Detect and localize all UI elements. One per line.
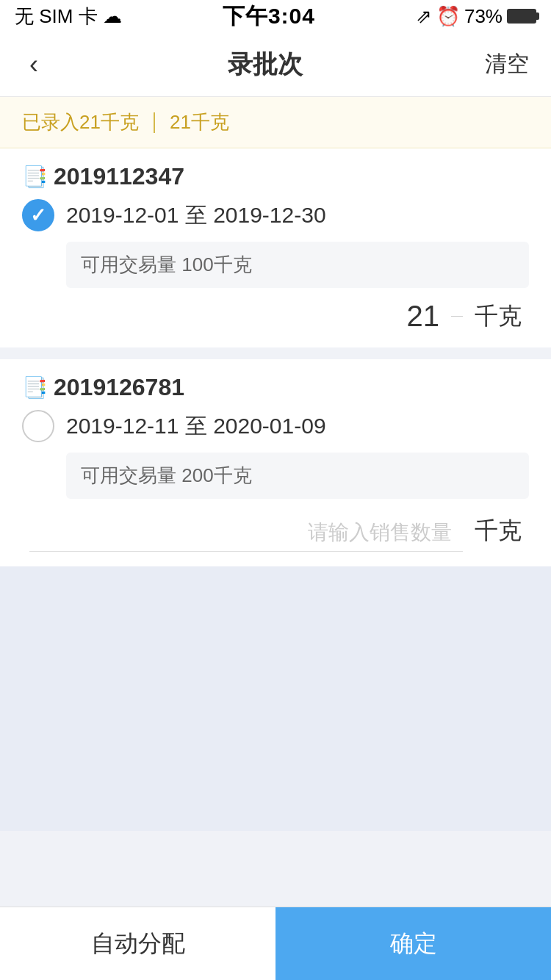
page-title: 录批次 — [228, 48, 303, 82]
batch-card-1: 📑 2019112347 ✓ 2019-12-01 至 2019-12-30 可… — [0, 148, 551, 347]
info-amount: 21千克 — [170, 109, 229, 135]
batch-select-row-1: ✓ 2019-12-01 至 2019-12-30 — [22, 199, 529, 231]
sim-label: 无 SIM 卡 ☁ — [15, 4, 122, 29]
radio-1[interactable]: ✓ — [22, 199, 54, 231]
radio-2[interactable] — [22, 410, 54, 442]
recorded-label: 已录入21千克 — [22, 109, 139, 135]
confirm-button[interactable]: 确定 — [276, 907, 551, 980]
status-right: ⇗ ⏰ 73% — [416, 5, 536, 28]
batch-unit-1: 千克 — [475, 300, 522, 333]
status-left: 无 SIM 卡 ☁ — [15, 4, 122, 29]
batch-id-1: 2019112347 — [54, 163, 184, 190]
info-divider — [154, 112, 155, 133]
batch-avail-2: 可用交易量 200千克 — [66, 453, 529, 499]
section-separator — [0, 347, 551, 359]
quantity-input-2[interactable] — [29, 511, 463, 552]
check-icon-1: ✓ — [30, 204, 46, 227]
batch-id-row-1: 📑 2019112347 — [22, 163, 529, 190]
batch-unit-2: 千克 — [475, 515, 522, 547]
location-icon: ⇗ — [416, 5, 432, 28]
batch-icon-2: 📑 — [22, 375, 48, 400]
nav-bar: ‹ 录批次 清空 — [0, 32, 551, 97]
batch-value-1: 21 — [407, 300, 440, 333]
battery-label: 73% — [464, 5, 503, 28]
batch-id-row-2: 📑 2019126781 — [22, 374, 529, 401]
back-button[interactable]: ‹ — [22, 42, 46, 87]
clear-button[interactable]: 清空 — [485, 49, 529, 79]
battery-icon — [507, 9, 536, 24]
bottom-spacer — [0, 566, 551, 831]
info-banner: 已录入21千克 21千克 — [0, 97, 551, 148]
status-time: 下午3:04 — [223, 1, 315, 32]
batch-avail-1: 可用交易量 100千克 — [66, 242, 529, 288]
batch-icon-1: 📑 — [22, 165, 48, 189]
content-area: 已录入21千克 21千克 📑 2019112347 ✓ 2019-12-01 至… — [0, 97, 551, 980]
bottom-bar: 自动分配 确定 — [0, 907, 551, 980]
batch-select-row-2: 2019-12-11 至 2020-01-09 — [22, 410, 529, 442]
batch-date-1: 2019-12-01 至 2019-12-30 — [66, 201, 326, 231]
batch-id-2: 2019126781 — [54, 374, 184, 401]
batch-input-row-1: 21 千克 — [22, 300, 529, 333]
status-bar: 无 SIM 卡 ☁ 下午3:04 ⇗ ⏰ 73% — [0, 0, 551, 32]
batch-date-2: 2019-12-11 至 2020-01-09 — [66, 411, 326, 442]
batch-input-row-2: 千克 — [22, 511, 529, 552]
alarm-icon: ⏰ — [436, 5, 460, 28]
batch-card-2: 📑 2019126781 2019-12-11 至 2020-01-09 可用交… — [0, 359, 551, 566]
auto-distribute-button[interactable]: 自动分配 — [0, 907, 276, 980]
